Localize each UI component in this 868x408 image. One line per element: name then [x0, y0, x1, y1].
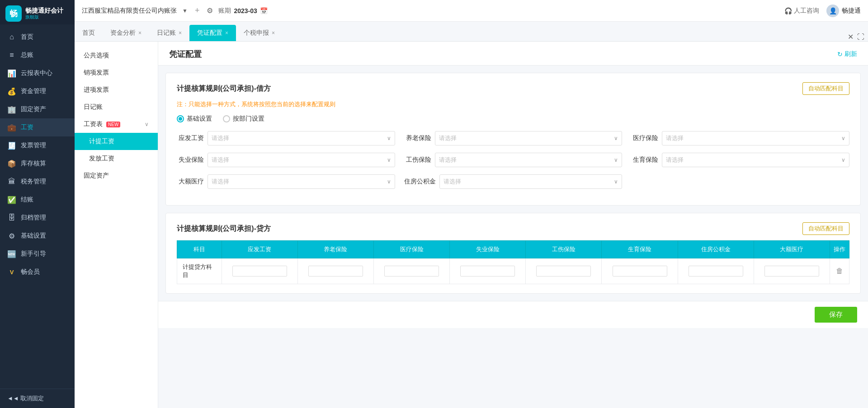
calendar-icon[interactable]: 📅 — [260, 7, 268, 14]
service-button[interactable]: 🎧 人工咨询 — [784, 7, 819, 15]
sidebar-item-label: 工资 — [21, 123, 33, 131]
cell-gjj[interactable] — [678, 258, 754, 284]
input-yanglao[interactable] — [308, 266, 363, 277]
field-yiliao-placeholder: 请选择 — [666, 134, 684, 142]
maximize-button[interactable]: ⛶ — [857, 33, 864, 41]
input-yiliao[interactable] — [384, 266, 439, 277]
left-menu-salary-table-label: 工资表 — [84, 120, 103, 128]
sidebar-item-assets[interactable]: 🏢 固定资产 — [0, 100, 75, 118]
input-shiye[interactable] — [460, 266, 515, 277]
cell-action[interactable]: 🗑 — [830, 258, 849, 284]
tab-voucher-label: 凭证配置 — [197, 29, 222, 37]
sidebar-item-member[interactable]: V 畅会员 — [0, 263, 75, 281]
tab-journal-label: 日记账 — [157, 29, 176, 37]
cell-yingfa[interactable] — [222, 258, 297, 284]
tab-voucher[interactable]: 凭证配置 × — [189, 25, 236, 41]
sidebar-item-label: 畅会员 — [21, 268, 40, 276]
left-menu-salary-table[interactable]: 工资表 NEW ∨ — [75, 116, 158, 133]
input-yingfa[interactable] — [232, 266, 287, 277]
field-shengyu-select[interactable]: 请选择 ∨ — [662, 153, 849, 167]
tab-tax-close[interactable]: × — [272, 30, 275, 36]
settings-button[interactable]: ⚙ — [207, 6, 213, 15]
cell-gongshang[interactable] — [526, 258, 602, 284]
sidebar-item-home[interactable]: ⌂ 首页 — [0, 28, 75, 46]
field-yiliao-select[interactable]: 请选择 ∨ — [662, 131, 849, 145]
left-menu-pay-salary[interactable]: 发放工资 — [75, 150, 158, 167]
period-value: 2023-03 — [234, 7, 257, 14]
left-menu-calc-salary[interactable]: 计提工资 — [75, 133, 158, 150]
input-dae[interactable] — [764, 266, 819, 277]
field-dae-select[interactable]: 请选择 ∨ — [208, 174, 395, 189]
sidebar-item-settings[interactable]: ⚙ 基础设置 — [0, 227, 75, 245]
member-icon: V — [7, 267, 16, 277]
left-menu-sales-invoice-label: 销项发票 — [84, 69, 109, 77]
sidebar-item-invoice[interactable]: 🧾 发票管理 — [0, 136, 75, 155]
username: 畅捷通 — [842, 7, 861, 15]
field-shiye-select[interactable]: 请选择 ∨ — [208, 153, 395, 167]
field-gjj-select[interactable]: 请选择 ∨ — [439, 174, 623, 189]
left-menu-fixed-assets[interactable]: 固定资产 — [75, 167, 158, 184]
credit-section-header: 计提核算规则(公司承担)-贷方 自动匹配科目 — [177, 222, 849, 235]
close-tab-button[interactable]: ✕ — [848, 33, 854, 41]
inventory-icon: 📦 — [7, 159, 16, 168]
tab-tax[interactable]: 个税申报 × — [236, 25, 283, 41]
left-menu-journal[interactable]: 日记账 — [75, 98, 158, 116]
cell-yiliao[interactable] — [373, 258, 449, 284]
sidebar-item-reports[interactable]: 📊 云报表中心 — [0, 64, 75, 82]
field-yanglao-select[interactable]: 请选择 ∨ — [435, 131, 623, 145]
radio-group: 基础设置 按部门设置 — [177, 115, 849, 123]
field-gongshang-placeholder: 请选择 — [439, 156, 457, 164]
sidebar-item-checkout[interactable]: ✅ 结账 — [0, 191, 75, 209]
sidebar-item-label: 结账 — [21, 196, 33, 204]
guide-icon: 🆕 — [7, 249, 16, 258]
field-gjj-label: 住房公积金 — [404, 178, 436, 186]
cell-shiye[interactable] — [450, 258, 526, 284]
cell-yanglao[interactable] — [297, 258, 373, 284]
cell-dae[interactable] — [754, 258, 830, 284]
radio-dept[interactable]: 按部门设置 — [223, 115, 264, 123]
col-subject: 科目 — [177, 241, 222, 258]
sidebar-item-ledger[interactable]: ≡ 总账 — [0, 46, 75, 64]
tab-journal[interactable]: 日记账 × — [149, 25, 189, 41]
sidebar-item-guide[interactable]: 🆕 新手引导 — [0, 245, 75, 263]
input-gongshang[interactable] — [536, 266, 591, 277]
field-yingfa: 应发工资 请选择 ∨ — [177, 131, 395, 145]
sidebar-item-capital[interactable]: 💰 资金管理 — [0, 82, 75, 100]
left-menu-public[interactable]: 公共选项 — [75, 47, 158, 64]
sidebar-item-inventory[interactable]: 📦 库存核算 — [0, 155, 75, 173]
input-shengyu[interactable] — [613, 266, 667, 277]
row-label-credit: 计提贷方科目 — [177, 258, 222, 284]
archive-icon: 🗄 — [7, 213, 16, 222]
sidebar-nav: ⌂ 首页 ≡ 总账 📊 云报表中心 💰 资金管理 🏢 固定资产 💼 工资 🧾 发… — [0, 24, 75, 389]
cancel-pin-button[interactable]: ◄◄ 取消固定 — [0, 389, 75, 408]
tab-home[interactable]: 首页 — [75, 25, 103, 41]
delete-row-button[interactable]: 🗑 — [836, 267, 843, 275]
cell-shengyu[interactable] — [602, 258, 678, 284]
field-yingfa-select[interactable]: 请选择 ∨ — [208, 131, 395, 145]
user-info[interactable]: 👤 畅捷通 — [826, 5, 861, 17]
sidebar-item-label: 归档管理 — [21, 214, 46, 222]
left-menu-sales-invoice[interactable]: 销项发票 — [75, 64, 158, 81]
left-menu-pay-salary-label: 发放工资 — [89, 155, 114, 163]
company-name[interactable]: 江西服宝精品有限责任公司内账张 — [82, 7, 177, 15]
sidebar-item-salary[interactable]: 💼 工资 — [0, 118, 75, 136]
tab-voucher-close[interactable]: × — [225, 30, 228, 36]
sidebar-item-tax[interactable]: 🏛 税务管理 — [0, 173, 75, 191]
refresh-button[interactable]: ↻ 刷新 — [837, 50, 857, 58]
input-gjj[interactable] — [689, 266, 743, 277]
sidebar-item-archive[interactable]: 🗄 归档管理 — [0, 209, 75, 227]
tabs-bar: 首页 资金分析 × 日记账 × 凭证配置 × 个税申报 × ✕ ⛶ — [75, 22, 868, 42]
tab-journal-close[interactable]: × — [179, 30, 182, 36]
period-selector[interactable]: 账期 2023-03 📅 — [218, 7, 267, 15]
save-button[interactable]: 保存 — [815, 307, 857, 323]
tab-capital[interactable]: 资金分析 × — [103, 25, 149, 41]
left-menu-purchase-invoice[interactable]: 进项发票 — [75, 81, 158, 98]
credit-auto-match-button[interactable]: 自动匹配科目 — [802, 222, 849, 235]
field-gongshang-select[interactable]: 请选择 ∨ — [435, 153, 623, 167]
debit-auto-match-button[interactable]: 自动匹配科目 — [802, 82, 849, 95]
chevron-down-icon: ∨ — [841, 157, 845, 163]
tab-capital-close[interactable]: × — [138, 30, 142, 36]
add-tab-button[interactable]: + — [193, 6, 202, 15]
radio-basic[interactable]: 基础设置 — [177, 115, 212, 123]
company-dropdown-icon[interactable]: ▼ — [182, 8, 188, 14]
